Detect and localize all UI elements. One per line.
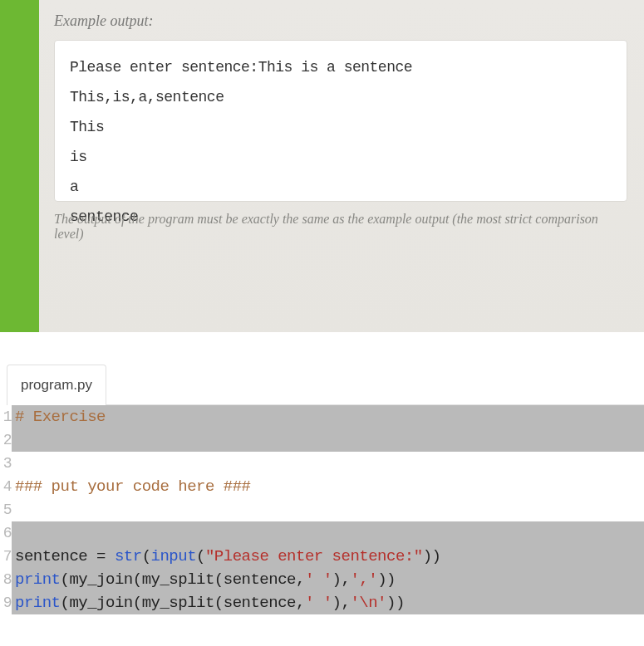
code-line[interactable]: 9print(my_join(my_split(sentence,' '),'\… bbox=[0, 591, 644, 614]
line-content[interactable]: # Exercise bbox=[12, 405, 644, 428]
content-area: Example output: Please enter sentence:Th… bbox=[39, 0, 644, 332]
line-content[interactable]: sentence = str(input("Please enter sente… bbox=[12, 545, 644, 568]
example-output-box: Please enter sentence:This is a sentence… bbox=[54, 40, 627, 202]
code-line[interactable]: 5 bbox=[0, 498, 644, 521]
line-number: 7 bbox=[0, 548, 12, 565]
line-content[interactable]: print(my_join(my_split(sentence,' '),','… bbox=[12, 568, 644, 591]
editor-section: program.py 1# Exercise234### put your co… bbox=[0, 332, 644, 646]
problem-description-panel: Example output: Please enter sentence:Th… bbox=[0, 0, 644, 332]
line-number: 9 bbox=[0, 595, 12, 611]
code-line[interactable]: 6 bbox=[0, 521, 644, 545]
line-content[interactable] bbox=[12, 521, 644, 545]
code-editor[interactable]: 1# Exercise234### put your code here ###… bbox=[0, 405, 644, 614]
line-number: 1 bbox=[0, 409, 12, 425]
line-number: 8 bbox=[0, 571, 12, 588]
line-content[interactable]: ### put your code here ### bbox=[12, 475, 644, 498]
line-number: 3 bbox=[0, 455, 12, 472]
line-number: 6 bbox=[0, 525, 12, 541]
code-line[interactable]: 8print(my_join(my_split(sentence,' '),',… bbox=[0, 568, 644, 591]
code-line[interactable]: 4### put your code here ### bbox=[0, 475, 644, 498]
code-line[interactable]: 1# Exercise bbox=[0, 405, 644, 428]
line-content[interactable] bbox=[12, 428, 644, 452]
code-line[interactable]: 7sentence = str(input("Please enter sent… bbox=[0, 545, 644, 568]
line-content[interactable] bbox=[12, 452, 644, 475]
code-line[interactable]: 3 bbox=[0, 452, 644, 475]
comparison-note: The output of the program must be exactl… bbox=[54, 212, 627, 242]
line-content[interactable]: print(my_join(my_split(sentence,' '),'\n… bbox=[12, 591, 644, 614]
line-number: 5 bbox=[0, 502, 12, 518]
line-number: 4 bbox=[0, 478, 12, 495]
tab-bar: program.py bbox=[7, 364, 644, 405]
example-output-label: Example output: bbox=[54, 12, 627, 30]
code-line[interactable]: 2 bbox=[0, 428, 644, 452]
status-sidebar bbox=[0, 0, 39, 332]
line-content[interactable] bbox=[12, 498, 644, 521]
tab-program[interactable]: program.py bbox=[7, 365, 106, 405]
line-number: 2 bbox=[0, 432, 12, 448]
